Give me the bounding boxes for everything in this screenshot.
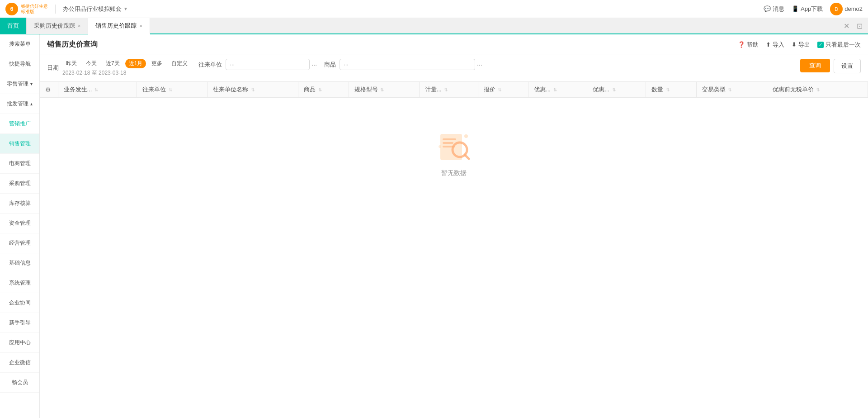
th-discount2[interactable]: 优惠... ⇅ [587, 82, 646, 98]
date-yesterday[interactable]: 昨天 [62, 59, 80, 68]
partner-filter-group: 往来单位 ··· [198, 59, 317, 70]
tab-purchase-close-icon[interactable]: × [78, 23, 80, 28]
app-selector[interactable]: 办公用品行业模拟账套 ▼ [63, 5, 128, 13]
svg-line-5 [465, 155, 469, 159]
th-qty[interactable]: 数量 ⇅ [646, 82, 696, 98]
th-product[interactable]: 商品 ⇅ [298, 82, 349, 98]
sort-qty-icon: ⇅ [666, 87, 670, 92]
header-left: 6 畅捷信好生意 标准版 办公用品行业模拟账套 ▼ [5, 3, 128, 15]
filter-right-actions: 查询 设置 [800, 59, 861, 73]
th-trade-type[interactable]: 交易类型 ⇅ [696, 82, 767, 98]
sort-discount1-icon: ⇅ [553, 87, 557, 92]
product-filter-label: 商品 [324, 61, 336, 69]
sidebar-item-finance-mgmt[interactable]: 资金管理 [0, 214, 39, 233]
sidebar-item-ecommerce-mgmt[interactable]: 电商管理 [0, 154, 39, 174]
product-input[interactable] [340, 59, 475, 70]
date-last1m[interactable]: 近1月 [125, 59, 146, 68]
sidebar-item-basic-info[interactable]: 基础信息 [0, 253, 39, 273]
table-wrapper: ⚙ 业务发生... ⇅ 往来单位 ⇅ 往来单位名称 ⇅ [40, 82, 868, 418]
tab-home[interactable]: 首页 [0, 18, 27, 34]
date-options-block: 昨天 今天 近7天 近1月 更多 自定义 2023-02-18 至 2023-0… [62, 59, 191, 77]
download-icon: 📱 [792, 5, 799, 12]
sidebar-item-system-mgmt[interactable]: 系统管理 [0, 273, 39, 293]
message-icon: 💬 [764, 5, 771, 12]
date-last7[interactable]: 近7天 [102, 59, 123, 68]
avatar: D [830, 3, 843, 15]
tab-bar-controls: ✕ ⊡ [842, 20, 868, 32]
date-custom[interactable]: 自定义 [168, 59, 191, 68]
partner-select-icon[interactable]: ··· [311, 61, 317, 68]
date-more[interactable]: 更多 [148, 59, 166, 68]
product-select-icon[interactable]: ··· [477, 61, 482, 68]
export-button[interactable]: ⬇ 导出 [792, 41, 810, 49]
help-button[interactable]: ❓ 帮助 [738, 41, 759, 49]
partner-input[interactable] [226, 59, 310, 70]
retail-expand-icon: ▾ [30, 81, 33, 86]
sidebar-item-purchase-mgmt[interactable]: 采购管理 [0, 174, 39, 194]
sort-spec-icon: ⇅ [380, 87, 384, 92]
sidebar-item-app-center[interactable]: 应用中心 [0, 333, 39, 353]
sidebar-item-enterprise-wechat[interactable]: 企业微信 [0, 353, 39, 373]
page-title: 销售历史价查询 [47, 40, 98, 49]
page-header-actions: ❓ 帮助 ⬆ 导入 ⬇ 导出 ✓ 只看最后一次 [738, 41, 861, 49]
content-area: 销售历史价查询 ❓ 帮助 ⬆ 导入 ⬇ 导出 ✓ 只看最后一次 [40, 34, 868, 418]
sidebar-item-quick-nav[interactable]: 快捷导航 [0, 54, 39, 74]
date-filter-group: 日期 昨天 今天 近7天 近1月 更多 自定义 2023-02-18 至 202… [47, 59, 191, 77]
th-spec[interactable]: 规格型号 ⇅ [349, 82, 419, 98]
sidebar-item-operations-mgmt[interactable]: 经营管理 [0, 233, 39, 253]
sort-unit-icon: ⇅ [444, 87, 448, 92]
product-input-group: ··· [340, 59, 482, 70]
th-discount1[interactable]: 优惠... ⇅ [528, 82, 587, 98]
table-gear-icon[interactable]: ⚙ [45, 86, 51, 93]
partner-filter-label: 往来单位 [198, 61, 222, 69]
tab-sales-close-icon[interactable]: × [139, 23, 142, 28]
help-icon: ❓ [738, 41, 745, 48]
sidebar-item-inventory[interactable]: 库存核算 [0, 194, 39, 214]
sidebar-item-sales-mgmt[interactable]: 销售管理 [0, 134, 39, 154]
user-menu[interactable]: D demo2 [830, 3, 863, 15]
query-button[interactable]: 查询 [800, 59, 830, 72]
svg-rect-1 [443, 138, 456, 140]
wholesale-expand-icon: ▴ [30, 101, 33, 106]
th-partner-name[interactable]: 往来单位名称 ⇅ [208, 82, 298, 98]
tab-bar: 首页 采购历史价跟踪 × 销售历史价跟踪 × ✕ ⊡ [0, 18, 868, 34]
only-last-checkbox[interactable]: ✓ 只看最后一次 [817, 41, 861, 49]
empty-illustration [434, 125, 474, 166]
sidebar-item-beginner-guide[interactable]: 新手引导 [0, 313, 39, 333]
brand-icon: 6 [5, 3, 18, 15]
import-icon: ⬆ [766, 41, 771, 48]
date-options: 昨天 今天 近7天 近1月 更多 自定义 [62, 59, 191, 68]
sort-trade-type-icon: ⇅ [728, 87, 731, 92]
th-partner-code[interactable]: 往来单位 ⇅ [137, 82, 208, 98]
tab-close-all-icon[interactable]: ✕ [842, 20, 851, 32]
tab-sales-history[interactable]: 销售历史价跟踪 × [88, 18, 150, 34]
brand-name: 畅捷信好生意 标准版 [21, 4, 48, 14]
sidebar-item-enterprise-collab[interactable]: 企业协同 [0, 293, 39, 313]
th-quote[interactable]: 报价 ⇅ [478, 82, 528, 98]
svg-point-7 [439, 145, 441, 148]
table-header-row: ⚙ 业务发生... ⇅ 往来单位 ⇅ 往来单位名称 ⇅ [40, 82, 868, 98]
sidebar: 搜索菜单 快捷导航 零售管理 ▾ 批发管理 ▴ 营销推广 销售管理 电商管理 采… [0, 34, 40, 418]
th-unit[interactable]: 计量... ⇅ [419, 82, 478, 98]
settings-button[interactable]: 设置 [834, 59, 861, 73]
th-pre-tax-price[interactable]: 优惠前无税单价 ⇅ [767, 82, 868, 98]
sidebar-item-wholesale-mgmt[interactable]: 批发管理 ▴ [0, 94, 39, 114]
export-icon: ⬇ [792, 41, 797, 48]
th-settings[interactable]: ⚙ [40, 82, 58, 98]
import-button[interactable]: ⬆ 导入 [766, 41, 784, 49]
th-biz-date[interactable]: 业务发生... ⇅ [58, 82, 137, 98]
sidebar-item-search-menu[interactable]: 搜索菜单 [0, 34, 39, 54]
app-selector-arrow: ▼ [123, 6, 128, 11]
message-action[interactable]: 💬 消息 [764, 5, 784, 13]
tab-purchase-history[interactable]: 采购历史价跟踪 × [27, 18, 88, 34]
sidebar-item-retail-mgmt[interactable]: 零售管理 ▾ [0, 74, 39, 94]
sidebar-item-marketing[interactable]: 营销推广 [0, 114, 39, 134]
sidebar-item-vip-member[interactable]: 畅会员 [0, 373, 39, 393]
top-header: 6 畅捷信好生意 标准版 办公用品行业模拟账套 ▼ 💬 消息 📱 App下载 D… [0, 0, 868, 18]
app-download-action[interactable]: 📱 App下载 [792, 5, 823, 13]
date-today[interactable]: 今天 [82, 59, 100, 68]
sort-pre-tax-price-icon: ⇅ [816, 87, 820, 92]
empty-svg [434, 125, 474, 166]
tab-maximize-icon[interactable]: ⊡ [855, 20, 864, 32]
data-table: ⚙ 业务发生... ⇅ 往来单位 ⇅ 往来单位名称 ⇅ [40, 82, 868, 98]
